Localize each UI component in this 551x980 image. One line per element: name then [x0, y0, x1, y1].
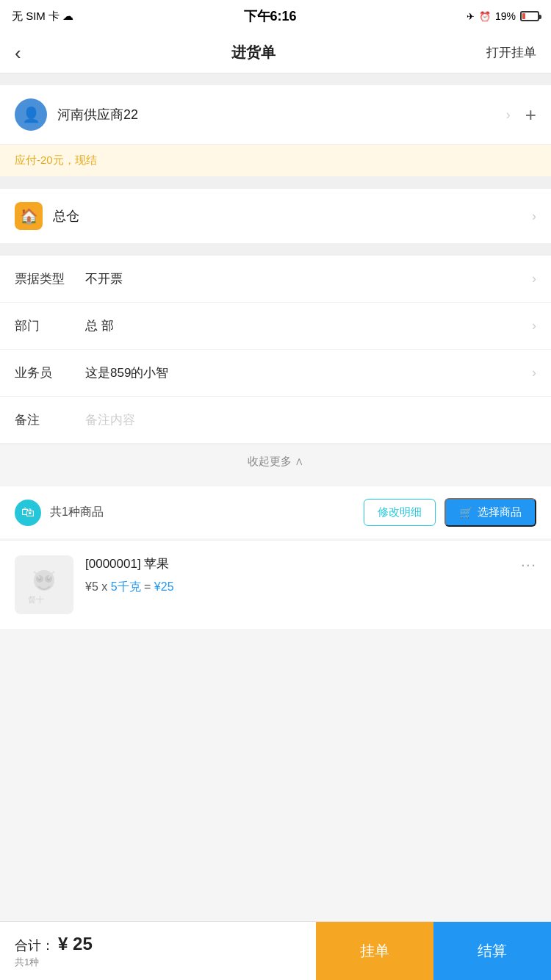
notice-banner: 应付-20元，现结 [0, 145, 551, 177]
warehouse-icon: 🏠 [15, 202, 43, 230]
product-thumbnail: 督十 [15, 555, 73, 614]
form-section: 票据类型 不开票 › 部门 总 部 › 业务员 这是859的小智 › 备注 备注… [0, 256, 551, 479]
edit-detail-button[interactable]: 修改明细 [364, 499, 436, 526]
supplier-row[interactable]: 👤 河南供应商22 › + [0, 85, 551, 145]
salesperson-value: 这是859的小智 [85, 364, 532, 381]
department-value: 总 部 [85, 317, 532, 334]
remark-placeholder: 备注内容 [85, 411, 536, 428]
location-icon: ✈ [467, 11, 475, 22]
products-header: 🛍 共1种商品 修改明细 🛒 选择商品 [0, 486, 551, 538]
product-title: 苹果 [144, 557, 169, 571]
cart-icon: 🛒 [459, 506, 473, 519]
open-hang-button[interactable]: 打开挂单 [486, 44, 536, 61]
divider-3 [0, 244, 551, 256]
form-row-remark[interactable]: 备注 备注内容 [0, 397, 551, 444]
pay-button[interactable]: 结算 [433, 922, 551, 980]
product-code: [0000001] [85, 557, 144, 571]
bottom-total: 合计： ¥ 25 共1种 [0, 922, 316, 980]
collapse-toggle[interactable]: 收起更多 ∧ [0, 444, 551, 479]
page-title: 进货单 [231, 43, 276, 62]
status-left: 无 SIM 卡 ☁ [12, 10, 73, 24]
divider-1 [0, 73, 551, 85]
battery-label: 19% [495, 10, 516, 22]
product-item: 督十 [0000001] 苹果 ¥5 x 5千克 = ¥25 ··· [0, 540, 551, 629]
warehouse-arrow-icon: › [532, 209, 536, 224]
select-product-label: 选择商品 [478, 505, 522, 519]
department-label: 部门 [15, 317, 73, 334]
equals-sign: = [144, 580, 154, 593]
alarm-icon: ⏰ [479, 11, 491, 22]
nav-bar: ‹ 进货单 打开挂单 [0, 32, 551, 73]
bottom-spacer [0, 629, 551, 695]
products-icon: 🛍 [15, 500, 41, 526]
total-sub: 共1种 [15, 956, 301, 969]
shopping-icon: 🛍 [21, 505, 35, 520]
form-row-salesperson[interactable]: 业务员 这是859的小智 › [0, 350, 551, 397]
form-row-department[interactable]: 部门 总 部 › [0, 303, 551, 350]
form-row-ticket[interactable]: 票据类型 不开票 › [0, 256, 551, 303]
avatar-icon: 👤 [22, 106, 40, 123]
ticket-label: 票据类型 [15, 270, 73, 287]
ticket-value: 不开票 [85, 270, 532, 287]
quantity: 5千克 [111, 580, 141, 593]
product-info: [0000001] 苹果 ¥5 x 5千克 = ¥25 [85, 555, 514, 595]
supplier-section: 👤 河南供应商22 › + 应付-20元，现结 [0, 85, 551, 177]
total-amount: ¥ 25 [58, 934, 93, 954]
product-name: [0000001] 苹果 [85, 555, 514, 572]
back-button[interactable]: ‹ [15, 43, 21, 62]
svg-text:督十: 督十 [28, 595, 44, 604]
supplier-name: 河南供应商22 [57, 106, 506, 123]
total-main: 合计： ¥ 25 [15, 934, 301, 954]
department-arrow-icon: › [532, 318, 536, 334]
supplier-avatar: 👤 [15, 98, 47, 131]
warehouse-section: 🏠 总仓 › [0, 189, 551, 244]
total-price: ¥25 [154, 580, 174, 593]
bottom-bar: 合计： ¥ 25 共1种 挂单 结算 [0, 921, 551, 980]
unit-price: ¥5 x [85, 580, 111, 593]
sim-label: 无 SIM 卡 ☁ [12, 10, 73, 24]
total-label: 合计： [15, 938, 54, 953]
warehouse-row[interactable]: 🏠 总仓 › [0, 189, 551, 244]
salesperson-label: 业务员 [15, 364, 73, 381]
remark-label: 备注 [15, 411, 73, 428]
supplier-arrow-icon: › [506, 107, 511, 123]
add-supplier-button[interactable]: + [525, 104, 536, 126]
products-count: 共1种商品 [50, 505, 355, 520]
salesperson-arrow-icon: › [532, 365, 536, 381]
divider-2 [0, 177, 551, 189]
status-right: ✈ ⏰ 19% [467, 10, 539, 22]
product-thumb-image: 督十 [24, 564, 65, 605]
product-price: ¥5 x 5千克 = ¥25 [85, 580, 514, 595]
select-product-button[interactable]: 🛒 选择商品 [444, 498, 536, 527]
battery-icon [520, 11, 539, 21]
ticket-arrow-icon: › [532, 271, 536, 287]
status-bar: 无 SIM 卡 ☁ 下午6:16 ✈ ⏰ 19% [0, 0, 551, 32]
hang-button[interactable]: 挂单 [316, 922, 433, 980]
more-options-button[interactable]: ··· [514, 555, 536, 574]
warehouse-name: 总仓 [53, 207, 532, 225]
status-time: 下午6:16 [244, 7, 297, 25]
home-icon: 🏠 [20, 207, 38, 225]
